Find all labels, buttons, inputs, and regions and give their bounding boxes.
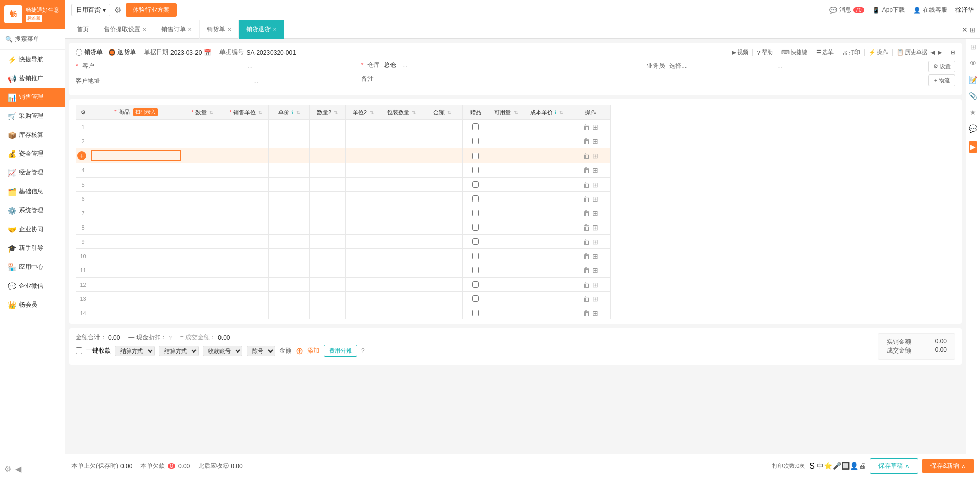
scan-btn[interactable]: 扫码录入 [133, 108, 158, 116]
avail-cell[interactable] [488, 120, 524, 134]
expense-split-button[interactable]: 费用分摊 [324, 345, 357, 357]
avail-sort-icon[interactable]: ⇅ [514, 110, 518, 115]
gift-cell[interactable] [463, 134, 488, 148]
sidebar-item-wechat[interactable]: 💬 企业微信 [0, 276, 65, 295]
sidebar-item-enterprise[interactable]: 🤝 企业协同 [0, 220, 65, 239]
cost-price-cell[interactable] [524, 134, 570, 148]
radio-return-input[interactable] [109, 49, 115, 56]
logistics-action-button[interactable]: + 物流 [928, 74, 955, 86]
tab-home[interactable]: 首页 [69, 20, 96, 39]
right-panel-icon-6[interactable]: 💬 [969, 124, 977, 133]
sidebar-item-marketing[interactable]: 📢 营销推广 [0, 69, 65, 88]
gift-checkbox[interactable] [472, 210, 479, 216]
unit2-cell[interactable] [346, 120, 381, 134]
qty2-cell[interactable] [310, 134, 346, 148]
pkg-sort-icon[interactable]: ⇅ [412, 110, 416, 115]
product-input-active[interactable] [91, 150, 181, 161]
radio-return[interactable]: 退货单 [109, 48, 136, 57]
layout-grid-button[interactable]: ⊞ [951, 49, 955, 56]
copy-btn[interactable]: ⊞ [592, 209, 598, 217]
qty-cell[interactable] [182, 134, 223, 148]
amount-cell-active[interactable] [422, 148, 463, 163]
cost-price-cell-active[interactable] [524, 148, 570, 163]
gift-checkbox[interactable] [472, 238, 479, 245]
gift-checkbox[interactable] [472, 267, 479, 273]
tabs-expand-button[interactable]: ⊞ [970, 26, 976, 34]
cost-sort-icon[interactable]: ⇅ [559, 110, 564, 115]
gift-checkbox[interactable] [472, 281, 479, 288]
layout-list-button[interactable]: ≡ [945, 49, 948, 56]
delete-btn[interactable]: 🗑 [583, 195, 590, 203]
payment-calc-select[interactable]: 结算方式 [159, 346, 199, 356]
tab-sales-delivery[interactable]: 销货单 ✕ [200, 20, 239, 39]
amount-cell[interactable] [422, 134, 463, 148]
account-no-select[interactable]: 陈号 [247, 346, 275, 356]
unit-cell[interactable] [223, 134, 269, 148]
date-picker-button[interactable]: 📅 [204, 49, 211, 56]
tab-sales-delivery-close[interactable]: ✕ [227, 27, 231, 32]
right-panel-icon-5[interactable]: ★ [970, 108, 976, 116]
price-cell-active[interactable] [269, 148, 310, 163]
qty-cell[interactable] [182, 120, 223, 134]
warehouse-select-button[interactable]: ... [402, 62, 407, 69]
product-cell[interactable] [90, 120, 182, 134]
tab-price-setting-close[interactable]: ✕ [142, 27, 146, 32]
discount-help-button[interactable]: ? [169, 335, 172, 341]
copy-btn[interactable]: ⊞ [592, 266, 598, 274]
cost-price-cell[interactable] [524, 120, 570, 134]
app-download-button[interactable]: 📱 App下载 [872, 6, 905, 14]
sidebar-item-finance[interactable]: 💰 资金管理 [0, 144, 65, 163]
product-cell[interactable] [90, 134, 182, 148]
settings-action-button[interactable]: ⚙ 设置 [928, 61, 955, 72]
delete-btn[interactable]: 🗑 [583, 266, 590, 274]
select-order-button[interactable]: ☰ 选单 [816, 48, 834, 56]
price-cell[interactable] [269, 120, 310, 134]
qty2-sort-icon[interactable]: ⇅ [334, 110, 338, 115]
copy-btn[interactable]: ⊞ [592, 238, 598, 246]
delete-btn[interactable]: 🗑 [583, 309, 590, 317]
address-input[interactable] [104, 76, 247, 86]
amount-cell[interactable] [422, 120, 463, 134]
delete-row-2-button[interactable]: 🗑 [583, 137, 590, 145]
add-row-button[interactable]: + [77, 151, 86, 160]
delete-row-1-button[interactable]: 🗑 [583, 123, 590, 131]
copy-row-2-button[interactable]: ⊞ [592, 137, 598, 145]
price-cell[interactable] [269, 134, 310, 148]
operation-button[interactable]: ⚡ 操作 [869, 48, 888, 56]
copy-row-1-button[interactable]: ⊞ [592, 123, 598, 131]
daily-select[interactable]: 日用百货 ▾ [71, 4, 110, 16]
gift-checkbox[interactable] [472, 181, 479, 188]
sidebar-item-sales[interactable]: 📊 销售管理 [0, 88, 65, 107]
header-gear-button[interactable]: ⚙ [114, 5, 121, 15]
tab-sales-order[interactable]: 销售订单 ✕ [154, 20, 200, 39]
sidebar-item-member[interactable]: 👑 畅会员 [0, 295, 65, 314]
sidebar-collapse-button[interactable]: ◀ [15, 464, 21, 474]
sidebar-item-operation[interactable]: 📈 经营管理 [0, 163, 65, 182]
qty2-cell[interactable] [310, 120, 346, 134]
sidebar-item-appstore[interactable]: 🏪 应用中心 [0, 258, 65, 276]
nav-prev-button[interactable]: ◀ [930, 49, 935, 56]
qty-sort-icon[interactable]: ⇅ [209, 110, 213, 115]
avail-cell[interactable] [488, 134, 524, 148]
message-button[interactable]: 💬 消息 70 [829, 6, 864, 14]
copy-btn[interactable]: ⊞ [592, 195, 598, 203]
customer-input[interactable] [99, 61, 241, 71]
unit-sort-icon[interactable]: ⇅ [258, 110, 262, 115]
gift-checkbox[interactable] [472, 295, 479, 302]
delete-btn[interactable]: 🗑 [583, 295, 590, 303]
one-click-payment-checkbox[interactable] [76, 347, 82, 354]
delete-btn[interactable]: 🗑 [583, 252, 590, 260]
copy-btn[interactable]: ⊞ [592, 295, 598, 303]
unit-cell-active[interactable] [223, 148, 269, 163]
shortcut-key-button[interactable]: ⌨ 快捷键 [781, 48, 807, 56]
sidebar-item-inventory[interactable]: 📦 库存核算 [0, 125, 65, 144]
gift-checkbox[interactable] [472, 253, 479, 259]
copy-btn[interactable]: ⊞ [592, 166, 598, 174]
help-button[interactable]: ? 帮助 [757, 48, 772, 56]
customer-select-button[interactable]: ... [248, 63, 253, 70]
save-draft-button[interactable]: 保存草稿 ∧ [870, 458, 918, 474]
copy-btn[interactable]: ⊞ [592, 223, 598, 232]
sidebar-item-system[interactable]: ⚙️ 系统管理 [0, 201, 65, 220]
gift-checkbox[interactable] [472, 167, 479, 173]
delete-row-3-button[interactable]: 🗑 [583, 152, 590, 160]
